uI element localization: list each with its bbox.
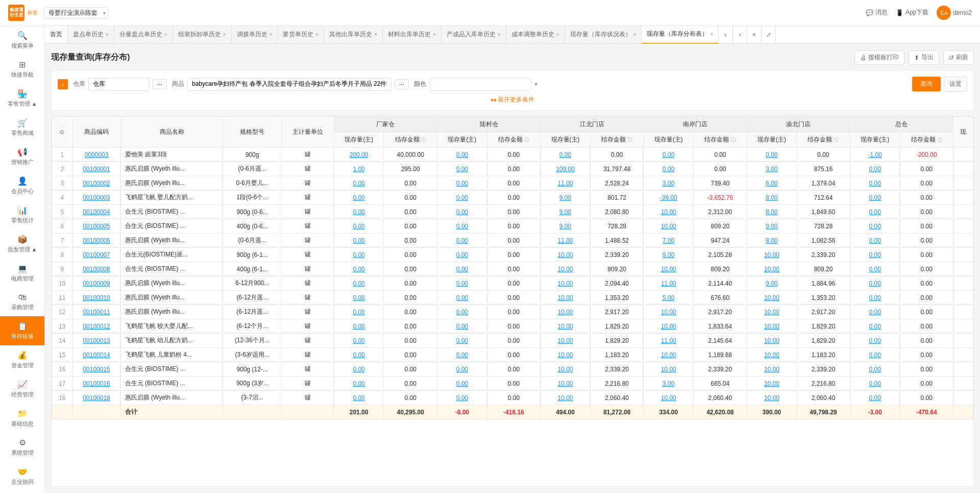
- cj-qty[interactable]: 1.00: [334, 162, 384, 176]
- product-code[interactable]: 00100010: [72, 291, 120, 305]
- sidebar-item-operations[interactable]: 📈 经营管理: [0, 374, 44, 404]
- store-select[interactable]: 母婴行业演示陈套: [44, 7, 108, 18]
- na-qty[interactable]: 10.00: [644, 219, 694, 233]
- jb-qty[interactable]: 9.00: [541, 205, 591, 219]
- lc-qty[interactable]: 0.00: [437, 176, 487, 191]
- product-code[interactable]: 00100005: [72, 219, 120, 233]
- jb-qty[interactable]: 11.00: [541, 233, 591, 248]
- jb-qty[interactable]: 109.00: [541, 162, 591, 176]
- yb-qty[interactable]: 8.00: [747, 191, 797, 205]
- total-qty[interactable]: 0.00: [850, 191, 900, 205]
- product-code[interactable]: 00100012: [72, 319, 120, 334]
- product-code[interactable]: 00100002: [72, 176, 120, 191]
- na-qty[interactable]: 11.00: [644, 276, 694, 291]
- cj-qty[interactable]: 0.00: [334, 176, 384, 191]
- tab-stocktake-history[interactable]: 盘点单历史 ×: [68, 26, 114, 44]
- sidebar-item-system[interactable]: ⚙ 系统管理: [0, 433, 44, 462]
- yb-qty[interactable]: 0.00: [747, 148, 797, 162]
- lc-qty[interactable]: 0.00: [437, 276, 487, 291]
- tab-material-out-history[interactable]: 材料出库单历史 ×: [383, 26, 442, 44]
- th-gear[interactable]: ⚙: [52, 117, 73, 148]
- jb-qty[interactable]: 9.00: [541, 219, 591, 233]
- jb-qty[interactable]: 10.00: [541, 391, 591, 405]
- sidebar-item-finance[interactable]: 💰 资金管理: [0, 345, 44, 374]
- na-qty[interactable]: 9.00: [644, 248, 694, 262]
- sidebar-item-retail-mall[interactable]: 🛒 零售商城: [0, 113, 44, 142]
- yb-qty[interactable]: 10.00: [747, 305, 797, 319]
- product-code[interactable]: 00100015: [72, 362, 120, 377]
- product-code[interactable]: 00100006: [72, 233, 120, 248]
- export-button[interactable]: ⬆ 导出: [909, 50, 939, 65]
- store-select-wrap[interactable]: 母婴行业演示陈套: [44, 7, 108, 18]
- jb-qty[interactable]: 10.00: [541, 305, 591, 319]
- close-product-in-history[interactable]: ×: [498, 32, 501, 37]
- na-qty[interactable]: 0.00: [644, 162, 694, 176]
- setting-button[interactable]: 设置: [944, 77, 967, 91]
- product-code[interactable]: 00100007: [72, 248, 120, 262]
- tab-close-all[interactable]: ×: [747, 26, 762, 44]
- close-stocktake-history[interactable]: ×: [106, 32, 109, 37]
- yb-qty[interactable]: 10.00: [747, 262, 797, 276]
- tab-product-in-history[interactable]: 产成品入库单历史 ×: [442, 26, 506, 44]
- user-area[interactable]: Ea demo2: [937, 6, 972, 20]
- yb-qty[interactable]: 10.00: [747, 348, 797, 362]
- cj-qty[interactable]: 0.00: [334, 205, 384, 219]
- total-qty[interactable]: -1.00: [850, 148, 900, 162]
- tab-stock-status[interactable]: 现存量（库存状况表） ×: [565, 26, 642, 44]
- close-stock-dist[interactable]: ×: [710, 31, 713, 37]
- jb-qty[interactable]: 10.00: [541, 276, 591, 291]
- cj-qty[interactable]: 0.00: [334, 391, 384, 405]
- yb-qty[interactable]: 10.00: [747, 334, 797, 348]
- jb-qty[interactable]: 0.00: [541, 148, 591, 162]
- jb-qty[interactable]: 10.00: [541, 248, 591, 262]
- app-download-btn[interactable]: 📱 App下载: [896, 8, 928, 17]
- lc-qty[interactable]: 0.00: [437, 291, 487, 305]
- jb-qty[interactable]: 10.00: [541, 377, 591, 391]
- product-code[interactable]: 00100008: [72, 262, 120, 276]
- na-qty[interactable]: 10.00: [644, 319, 694, 334]
- lc-qty[interactable]: 0.00: [437, 233, 487, 248]
- total-qty[interactable]: 0.00: [850, 334, 900, 348]
- product-code[interactable]: 00100009: [72, 276, 120, 291]
- total-qty[interactable]: 0.00: [850, 205, 900, 219]
- jb-qty[interactable]: 9.00: [541, 191, 591, 205]
- jb-qty[interactable]: 11.00: [541, 176, 591, 191]
- tab-expand[interactable]: ⤢: [762, 26, 776, 44]
- na-qty[interactable]: 10.00: [644, 348, 694, 362]
- lc-qty[interactable]: 0.00: [437, 191, 487, 205]
- product-code[interactable]: 0000003: [72, 148, 120, 162]
- sidebar-item-retail-mgmt[interactable]: 🏪 零售管理 ▲: [0, 84, 44, 113]
- na-qty[interactable]: 11.00: [644, 334, 694, 348]
- yb-qty[interactable]: 10.00: [747, 377, 797, 391]
- close-requisition-history[interactable]: ×: [315, 32, 318, 37]
- product-code[interactable]: 00100013: [72, 334, 120, 348]
- lc-qty[interactable]: 0.00: [437, 162, 487, 176]
- lc-qty[interactable]: 0.00: [437, 148, 487, 162]
- na-qty[interactable]: 10.00: [644, 391, 694, 405]
- jb-qty[interactable]: 10.00: [541, 362, 591, 377]
- total-qty[interactable]: 0.00: [850, 305, 900, 319]
- product-code[interactable]: 00100001: [72, 162, 120, 176]
- tab-other-out-history[interactable]: 其他出库单历史 ×: [324, 26, 383, 44]
- cj-qty[interactable]: 0.00: [334, 248, 384, 262]
- product-input[interactable]: [187, 78, 391, 91]
- cj-qty[interactable]: 0.00: [334, 276, 384, 291]
- total-qty[interactable]: 0.00: [850, 377, 900, 391]
- total-qty[interactable]: 0.00: [850, 362, 900, 377]
- lc-qty[interactable]: 0.00: [437, 262, 487, 276]
- na-qty[interactable]: 3.00: [644, 176, 694, 191]
- cj-qty[interactable]: 0.00: [334, 377, 384, 391]
- na-qty[interactable]: 3.00: [644, 377, 694, 391]
- cj-qty[interactable]: 0.00: [334, 362, 384, 377]
- lc-qty[interactable]: 0.00: [437, 362, 487, 377]
- yb-qty[interactable]: 9.00: [747, 219, 797, 233]
- warehouse-dots-btn[interactable]: ···: [153, 79, 167, 89]
- lc-qty[interactable]: 0.00: [437, 205, 487, 219]
- tab-nav-prev[interactable]: ‹: [719, 26, 733, 44]
- jb-amt-info-icon[interactable]: ⓘ: [627, 137, 632, 143]
- na-qty[interactable]: 10.00: [644, 262, 694, 276]
- tab-quantity-history[interactable]: 分量盘点单历史 ×: [114, 26, 173, 44]
- yb-qty[interactable]: 9.00: [747, 276, 797, 291]
- yb-qty[interactable]: 10.00: [747, 391, 797, 405]
- expand-more-btn[interactable]: ▾▾ 展开更多条件: [491, 96, 534, 104]
